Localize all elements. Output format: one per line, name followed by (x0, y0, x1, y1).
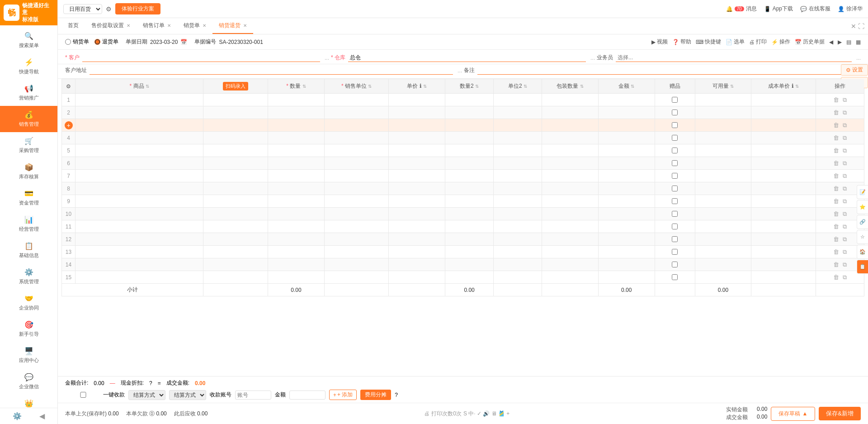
avail-cell-11[interactable] (695, 220, 751, 233)
copy-icon-11[interactable]: ⧉ (843, 223, 847, 230)
collapse-icon[interactable]: ◀ (39, 412, 45, 420)
sidebar-item-finance[interactable]: 💳 资金管理 (0, 185, 57, 211)
gift-checkbox-10[interactable] (672, 211, 678, 217)
qty-sort-icon[interactable]: ⇅ (302, 84, 306, 89)
unit-cell-14[interactable] (324, 258, 389, 271)
gift-cell-13[interactable] (655, 246, 695, 258)
unit2-cell-14[interactable] (494, 258, 542, 271)
pack-cell-2[interactable] (542, 106, 599, 119)
delete-icon-15[interactable]: 🗑 (833, 274, 839, 281)
save-draft-btn[interactable]: 保存草稿 ▲ (771, 407, 815, 421)
radio-sales-return[interactable]: 退货单 (94, 38, 118, 46)
unit2-sort-icon[interactable]: ⇅ (524, 84, 527, 89)
price-cell-9[interactable] (389, 195, 445, 208)
unit2-cell-8[interactable] (494, 182, 542, 195)
delete-icon-7[interactable]: 🗑 (833, 172, 839, 179)
unit2-cell-9[interactable] (494, 195, 542, 208)
delete-icon-3[interactable]: 🗑 (833, 122, 839, 129)
pack-cell-12[interactable] (542, 233, 599, 246)
qty2-cell-14[interactable] (445, 258, 494, 271)
qty2-cell-5[interactable] (445, 144, 494, 157)
product-cell-14[interactable] (75, 258, 203, 271)
app-download-item[interactable]: 📱 App下载 (764, 5, 793, 13)
price-cell-12[interactable] (389, 233, 445, 246)
online-service-item[interactable]: 💬 在线客服 (800, 5, 830, 13)
tab-sales-delivery[interactable]: 销货单 ✕ (177, 18, 212, 34)
avail-cell-15[interactable] (695, 271, 751, 284)
pack-cell-11[interactable] (542, 220, 599, 233)
unit-cell-8[interactable] (324, 182, 389, 195)
product-cell-3[interactable] (75, 119, 203, 132)
pack-cell-15[interactable] (542, 271, 599, 284)
gift-cell-2[interactable] (655, 106, 695, 119)
qty-cell-8[interactable] (268, 182, 325, 195)
product-cell-9[interactable] (75, 195, 203, 208)
amount-cell-15[interactable] (598, 271, 655, 284)
price-cell-5[interactable] (389, 144, 445, 157)
sidebar-item-system[interactable]: ⚙️ 系统管理 (0, 263, 57, 290)
sidebar-item-basics[interactable]: 📋 基础信息 (0, 237, 57, 263)
qty-cell-13[interactable] (268, 246, 325, 258)
price-sort-icon[interactable]: ⇅ (423, 84, 427, 89)
sidebar-item-search[interactable]: 🔍 搜索菜单 (0, 27, 57, 53)
avail-cell-14[interactable] (695, 258, 751, 271)
pack-sort-icon[interactable]: ⇅ (580, 84, 584, 89)
toolbar-shortcut-btn[interactable]: ⌨ 快捷键 (696, 38, 721, 46)
qty2-cell-12[interactable] (445, 233, 494, 246)
right-panel-active-btn[interactable]: 📋 (857, 260, 868, 274)
toolbar-video-btn[interactable]: ▶ 视频 (651, 38, 668, 46)
tab-expand-icon[interactable]: ⛶ (858, 23, 864, 30)
unit-cell-2[interactable] (324, 106, 389, 119)
copy-icon-2[interactable]: ⧉ (843, 109, 847, 116)
unit2-cell-11[interactable] (494, 220, 542, 233)
gift-cell-9[interactable] (655, 195, 695, 208)
pack-cell-7[interactable] (542, 170, 599, 182)
avail-cell-1[interactable] (695, 94, 751, 106)
user-item[interactable]: 👤 徐泽华 (838, 5, 863, 13)
unit-cell-4[interactable] (324, 132, 389, 144)
product-cell-7[interactable] (75, 170, 203, 182)
product-input-3[interactable] (77, 122, 201, 129)
avail-cell-4[interactable] (695, 132, 751, 144)
qty2-cell-6[interactable] (445, 157, 494, 170)
qty-cell-5[interactable] (268, 144, 325, 157)
split-btn[interactable]: 费用分摊 (360, 390, 391, 400)
qty2-cell-2[interactable] (445, 106, 494, 119)
toolbar-select-btn[interactable]: 📄 选单 (726, 38, 745, 46)
sidebar-item-marketing[interactable]: 📢 营销推广 (0, 80, 57, 106)
unit-cell-3[interactable] (324, 119, 389, 132)
toolbar-next-btn[interactable]: ▶ (838, 39, 842, 45)
toolbar-ops-btn[interactable]: ⚡ 操作 (771, 38, 790, 46)
price-cell-3[interactable] (389, 119, 445, 132)
radio-sales-delivery-input[interactable] (65, 39, 71, 45)
qty2-cell-15[interactable] (445, 271, 494, 284)
amount-cell-14[interactable] (598, 258, 655, 271)
toolbar-prev-btn[interactable]: ◀ (829, 39, 833, 45)
copy-icon-7[interactable]: ⧉ (843, 172, 847, 179)
unit2-cell-5[interactable] (494, 144, 542, 157)
unit2-cell-7[interactable] (494, 170, 542, 182)
settings-bottom-icon[interactable]: ⚙️ (13, 412, 22, 420)
product-cell-5[interactable] (75, 144, 203, 157)
customer-dots[interactable]: ... (325, 55, 329, 61)
price-cell-8[interactable] (389, 182, 445, 195)
unit2-cell-6[interactable] (494, 157, 542, 170)
unit2-cell-2[interactable] (494, 106, 542, 119)
gift-checkbox-15[interactable] (672, 274, 678, 280)
gift-cell-3[interactable] (655, 119, 695, 132)
tab-close-all-icon[interactable]: ✕ (851, 23, 856, 30)
sidebar-item-apps[interactable]: 🖥️ 应用中心 (0, 342, 57, 368)
pack-cell-10[interactable] (542, 208, 599, 220)
product-cell-1[interactable] (75, 94, 203, 106)
unit-cell-5[interactable] (324, 144, 389, 157)
unit-sort-icon[interactable]: ⇅ (368, 84, 372, 89)
qty2-cell-9[interactable] (445, 195, 494, 208)
copy-icon-13[interactable]: ⧉ (843, 248, 847, 255)
gift-checkbox-9[interactable] (672, 198, 678, 204)
salesperson-input[interactable] (616, 53, 852, 62)
price-cell-6[interactable] (389, 157, 445, 170)
product-cell-12[interactable] (75, 233, 203, 246)
gift-cell-4[interactable] (655, 132, 695, 144)
gift-cell-8[interactable] (655, 182, 695, 195)
qty-cell-7[interactable] (268, 170, 325, 182)
